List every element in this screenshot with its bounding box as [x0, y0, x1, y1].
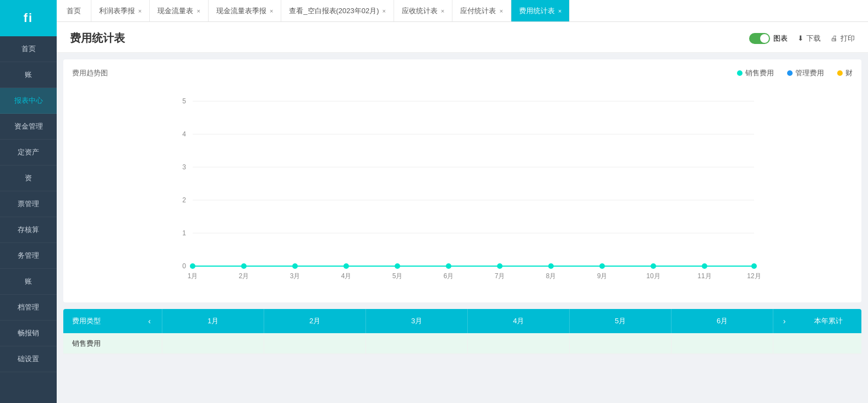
td-month-5: [570, 333, 672, 354]
tab-payable-stat[interactable]: 应付统计表 ×: [452, 0, 511, 21]
th-type-label: 费用类型: [72, 316, 101, 326]
svg-point-33: [651, 263, 656, 269]
tab-payable-stat-close[interactable]: ×: [499, 8, 503, 14]
svg-text:3: 3: [182, 163, 186, 171]
sidebar: fi 首页 账 报表中心 资金管理 定资产 资 票管理 存核算 务管理 账 档管…: [0, 0, 57, 403]
sidebar-item-inventory[interactable]: 存核算: [0, 217, 57, 243]
table-row: 销售费用: [63, 333, 861, 354]
th-month-4: 4月: [468, 309, 570, 333]
tab-blank-close[interactable]: ×: [383, 8, 386, 14]
sidebar-item-services[interactable]: 务管理: [0, 243, 57, 269]
tab-bar: 首页 利润表季报 × 现金流量表 × 现金流量表季报 × 查看_空白报表(202…: [57, 0, 868, 22]
table-header-row: 费用类型 ‹ 1月 2月 3月 4月 5月 6月 › 本年累计: [63, 309, 861, 333]
svg-point-24: [190, 263, 195, 269]
chart-title: 费用趋势图: [72, 68, 108, 78]
svg-text:1: 1: [182, 229, 186, 237]
svg-text:3月: 3月: [290, 272, 301, 280]
download-label: 下载: [806, 34, 821, 43]
svg-text:7月: 7月: [495, 272, 505, 280]
legend-admin: 管理费用: [787, 68, 824, 78]
main-area: 首页 利润表季报 × 现金流量表 × 现金流量表季报 × 查看_空白报表(202…: [57, 0, 868, 403]
print-button[interactable]: 🖨 打印: [831, 34, 855, 43]
chart-toggle-wrap[interactable]: 图表: [749, 33, 788, 44]
svg-text:9月: 9月: [597, 272, 608, 280]
tab-expense-stat-close[interactable]: ×: [558, 8, 561, 14]
chart-toggle-label: 图表: [773, 34, 788, 43]
tab-cashflow-q[interactable]: 现金流量表季报 ×: [209, 0, 281, 21]
chart-toggle[interactable]: [749, 33, 770, 44]
tab-home[interactable]: 首页: [57, 0, 91, 21]
download-button[interactable]: ⬇ 下载: [798, 34, 821, 43]
tab-payable-stat-label: 应付统计表: [460, 6, 496, 16]
tab-cashflow-q-label: 现金流量表季报: [216, 6, 266, 16]
legend-dot-admin: [787, 70, 793, 76]
sidebar-item-reports[interactable]: 报表中心: [0, 88, 57, 114]
svg-text:12月: 12月: [747, 272, 761, 280]
sidebar-item-receivable[interactable]: 账: [0, 269, 57, 295]
td-type: 销售费用: [63, 333, 162, 354]
svg-text:8月: 8月: [546, 272, 556, 280]
tab-profit[interactable]: 利润表季报 ×: [91, 0, 150, 21]
chart-header: 费用趋势图 销售费用 管理费用 财: [72, 68, 853, 78]
sidebar-item-invoices[interactable]: 票管理: [0, 191, 57, 217]
svg-text:10月: 10月: [646, 272, 660, 280]
page-title: 费用统计表: [70, 31, 125, 46]
sidebar-item-assets[interactable]: 定资产: [0, 140, 57, 165]
tab-blank[interactable]: 查看_空白报表(2023年02月) ×: [281, 0, 394, 21]
sidebar-item-sales[interactable]: 畅报销: [0, 321, 57, 346]
sidebar-item-home[interactable]: 首页: [0, 36, 57, 62]
legend-finance: 财: [837, 68, 853, 78]
svg-point-28: [395, 263, 400, 269]
sidebar-item-resources[interactable]: 资: [0, 165, 57, 191]
svg-point-26: [292, 263, 298, 269]
legend-dot-sales: [737, 70, 743, 76]
sidebar-item-ledger[interactable]: 账: [0, 62, 57, 88]
tab-cashflow-q-close[interactable]: ×: [270, 8, 273, 14]
svg-point-35: [751, 263, 757, 269]
table-next-button[interactable]: ›: [781, 317, 788, 325]
th-year: 本年累计: [795, 309, 861, 333]
svg-text:5月: 5月: [392, 272, 403, 280]
legend-dot-finance: [837, 70, 843, 76]
th-month-6: 6月: [672, 309, 773, 333]
print-label: 打印: [840, 34, 855, 43]
tab-blank-label: 查看_空白报表(2023年02月): [289, 6, 379, 16]
svg-text:11月: 11月: [697, 272, 711, 280]
svg-text:4: 4: [182, 130, 186, 138]
svg-text:4月: 4月: [341, 272, 352, 280]
table-body: 销售费用: [63, 333, 861, 354]
app-logo: fi: [0, 0, 57, 36]
legend-sales: 销售费用: [737, 68, 774, 78]
svg-point-32: [599, 263, 605, 269]
header-actions: 图表 ⬇ 下载 🖨 打印: [749, 33, 855, 44]
svg-point-25: [241, 263, 247, 269]
th-month-2: 2月: [264, 309, 366, 333]
svg-text:6月: 6月: [444, 272, 454, 280]
svg-point-29: [446, 263, 451, 269]
td-month-2: [264, 333, 366, 354]
legend-admin-label: 管理费用: [795, 68, 824, 78]
td-month-3: [366, 333, 468, 354]
svg-point-34: [702, 263, 707, 269]
th-month-3: 3月: [366, 309, 468, 333]
tab-expense-stat-label: 费用统计表: [519, 6, 555, 16]
sidebar-item-funds[interactable]: 资金管理: [0, 114, 57, 140]
tab-receivable-stat[interactable]: 应收统计表 ×: [394, 0, 452, 21]
tab-cashflow-label: 现金流量表: [157, 6, 193, 16]
svg-point-30: [497, 263, 503, 269]
tab-receivable-stat-close[interactable]: ×: [441, 8, 444, 14]
svg-text:2: 2: [182, 196, 186, 204]
sidebar-item-settings[interactable]: 础设置: [0, 346, 57, 372]
table-prev-button[interactable]: ‹: [146, 317, 153, 325]
tab-cashflow-close[interactable]: ×: [196, 8, 200, 14]
tab-profit-close[interactable]: ×: [138, 8, 141, 14]
chart-section: 费用趋势图 销售费用 管理费用 财: [63, 59, 861, 302]
tab-expense-stat[interactable]: 费用统计表 ×: [511, 0, 570, 21]
sidebar-item-archives[interactable]: 档管理: [0, 295, 57, 321]
legend-sales-label: 销售费用: [745, 68, 774, 78]
tab-profit-label: 利润表季报: [99, 6, 135, 16]
td-month-6: [672, 333, 773, 354]
svg-text:1月: 1月: [188, 272, 198, 280]
tab-cashflow[interactable]: 现金流量表 ×: [150, 0, 208, 21]
legend-finance-label: 财: [845, 68, 853, 78]
